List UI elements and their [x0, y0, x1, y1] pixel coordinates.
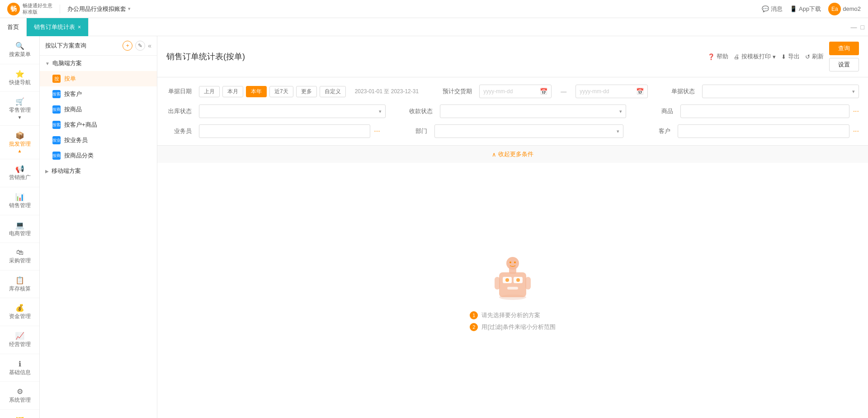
collect-status-label: 收款状态 — [407, 107, 433, 115]
operations-icon: 📈 — [15, 332, 24, 340]
user-menu[interactable]: Ea demo2 — [828, 3, 861, 15]
query-button[interactable]: 查询 — [829, 42, 859, 55]
calendar-to-icon[interactable]: 📅 — [636, 88, 644, 95]
collect-chevron-icon: ▾ — [619, 109, 622, 114]
scheme-cg-icon: 按客 — [52, 121, 61, 129]
scheme-item-by-goods[interactable]: 按商 按商品 — [40, 102, 157, 117]
export-icon: ⬇ — [781, 53, 786, 60]
scheme-salesman-icon: 按业 — [52, 136, 61, 144]
settings-button[interactable]: 设置 — [829, 58, 859, 71]
salesman-more-icon[interactable]: ··· — [374, 127, 380, 135]
date-to-placeholder: yyyy-mm-dd — [580, 88, 609, 95]
export-button[interactable]: ⬇ 导出 — [781, 52, 800, 61]
app-download-button[interactable]: 📱 App下载 — [790, 5, 821, 13]
basic-info-icon: ℹ — [19, 360, 21, 368]
help-button[interactable]: ❓ 帮助 — [708, 52, 728, 61]
top-bar-title: 办公用品行业模拟账套 ▾ — [67, 5, 131, 13]
sidebar-item-label: 库存核算 — [9, 285, 31, 293]
wholesale-collapse-icon: ▲ — [18, 148, 22, 153]
scheme-collapse-button[interactable]: « — [148, 42, 151, 49]
dept-label: 部门 — [402, 127, 427, 135]
sidebar-item-operations[interactable]: 📈 经营管理 — [0, 326, 39, 354]
inventory-icon: 📋 — [15, 276, 24, 285]
sidebar-item-wholesale[interactable]: 📦 批发管理 ▲ — [0, 126, 39, 160]
sidebar-item-collab[interactable]: 🤝 企业协同 — [0, 410, 39, 418]
refresh-button[interactable]: ↺ 刷新 — [805, 52, 824, 61]
salesman-input[interactable] — [199, 124, 370, 138]
date-label: 单据日期 — [166, 87, 192, 95]
tab-home[interactable]: 首页 — [0, 18, 27, 36]
purchase-icon: 🛍 — [16, 248, 24, 256]
goods-more-icon[interactable]: ··· — [853, 107, 859, 115]
scheme-group-desktop-header[interactable]: ▼ 电脑端方案 — [40, 56, 157, 71]
sidebar-item-basic-info[interactable]: ℹ 基础信息 — [0, 354, 39, 382]
print-button[interactable]: 🖨 按模板打印 ▾ — [734, 52, 776, 61]
scheme-item-by-customer[interactable]: 按客 按客户 — [40, 86, 157, 102]
tab-bar: 首页 销售订单统计表 × — □ — [0, 18, 868, 36]
svg-point-8 — [506, 257, 519, 270]
dept-select[interactable]: ▾ — [434, 124, 624, 138]
sidebar-item-purchase[interactable]: 🛍 采购管理 — [0, 243, 39, 271]
ship-status-select[interactable]: ▾ — [199, 104, 386, 118]
goods-input[interactable] — [680, 104, 849, 118]
sidebar-item-retail[interactable]: 🛒 零售管理 ▼ — [0, 92, 39, 126]
sidebar-item-search[interactable]: 🔍 搜索菜单 — [0, 36, 39, 64]
sidebar-item-system[interactable]: ⚙ 系统管理 — [0, 382, 39, 410]
svg-rect-11 — [495, 277, 500, 290]
scheme-group-mobile-header[interactable]: ▶ 移动端方案 — [40, 163, 157, 179]
logo-text: 畅捷通好生意 标准版 — [23, 3, 52, 14]
collapse-bar[interactable]: ∧ 收起更多条件 — [157, 146, 868, 163]
tab-expand-icon[interactable]: □ — [861, 24, 864, 31]
svg-rect-1 — [499, 272, 526, 297]
sidebar-item-label: 系统管理 — [9, 397, 31, 404]
add-scheme-button[interactable]: + — [123, 41, 132, 51]
sidebar-item-marketing[interactable]: 📢 营销推广 — [0, 159, 39, 187]
workspace-arrow-icon[interactable]: ▾ — [128, 6, 131, 12]
main-content: 销售订单统计表(按单) ❓ 帮助 🖨 按模板打印 ▾ ⬇ 导出 — [157, 36, 868, 418]
search-icon: 🔍 — [15, 42, 24, 50]
ship-chevron-icon: ▾ — [379, 109, 382, 114]
sidebar-item-nav[interactable]: ⭐ 快捷导航 — [0, 64, 39, 92]
customer-more-icon[interactable]: ··· — [853, 127, 859, 135]
sidebar: 🔍 搜索菜单 ⭐ 快捷导航 🛒 零售管理 ▼ 📦 批发管理 ▲ 📢 营销推广 📊… — [0, 36, 40, 418]
sidebar-item-ecommerce[interactable]: 💻 电商管理 — [0, 215, 39, 243]
empty-tip-1: 1 请先选择要分析的方案 — [470, 311, 555, 319]
tab-collapse-icon[interactable]: — — [851, 24, 857, 31]
scheme-item-by-category[interactable]: 按商 按商品分类 — [40, 148, 157, 163]
date-btn-this-month[interactable]: 本月 — [222, 86, 243, 97]
scheme-goods-icon: 按商 — [52, 105, 61, 114]
tip-num-1: 1 — [470, 311, 478, 319]
status-select[interactable]: ▾ — [702, 85, 859, 98]
sidebar-item-finance[interactable]: 💰 资金管理 — [0, 298, 39, 326]
date-btn-this-year[interactable]: 本年 — [246, 86, 267, 97]
svg-point-5 — [516, 278, 520, 282]
page-header: 销售订单统计表(按单) ❓ 帮助 🖨 按模板打印 ▾ ⬇ 导出 — [157, 36, 868, 77]
salesman-input-area: ··· — [199, 124, 380, 138]
print-icon: 🖨 — [734, 53, 740, 60]
scheme-item-by-salesman[interactable]: 按业 按业务员 — [40, 133, 157, 148]
filter-row-2: 出库状态 ▾ 收款状态 ▾ 商品 ··· — [166, 104, 859, 118]
edit-scheme-button[interactable]: ✎ — [135, 41, 145, 51]
date-to-input[interactable]: yyyy-mm-dd 📅 — [576, 85, 648, 98]
sidebar-item-sales[interactable]: 📊 销售管理 — [0, 187, 39, 215]
collect-status-select[interactable]: ▾ — [440, 104, 627, 118]
scheme-item-by-customer-goods[interactable]: 按客 按客户+商品 — [40, 117, 157, 133]
date-from-input[interactable]: yyyy-mm-dd 📅 — [479, 85, 552, 98]
customer-input[interactable] — [678, 124, 849, 138]
date-btn-more[interactable]: 更多 — [296, 86, 317, 97]
top-bar: 畅 畅捷通好生意 标准版 办公用品行业模拟账套 ▾ 💬 消息 📱 App下载 E… — [0, 0, 868, 18]
date-btn-7days[interactable]: 近7天 — [269, 86, 293, 97]
sidebar-item-label: 零售管理 — [9, 107, 31, 114]
scheme-item-by-order[interactable]: 按 按单 — [40, 71, 157, 86]
marketing-icon: 📢 — [15, 165, 24, 173]
empty-tip-2: 2 用[过滤]条件来缩小分析范围 — [470, 323, 555, 331]
scheme-group-desktop: ▼ 电脑端方案 按 按单 按客 按客户 按商 按商品 按客 按客户+商品 — [40, 56, 157, 163]
calendar-from-icon[interactable]: 📅 — [540, 88, 547, 95]
message-button[interactable]: 💬 消息 — [762, 5, 783, 13]
date-btn-custom[interactable]: 自定义 — [320, 86, 346, 97]
sidebar-item-inventory[interactable]: 📋 库存核算 — [0, 271, 39, 299]
tab-sales-order[interactable]: 销售订单统计表 × — [27, 18, 89, 36]
date-btn-last-month[interactable]: 上月 — [199, 86, 220, 97]
collab-icon: 🤝 — [15, 415, 24, 418]
tab-close-icon[interactable]: × — [78, 24, 81, 30]
